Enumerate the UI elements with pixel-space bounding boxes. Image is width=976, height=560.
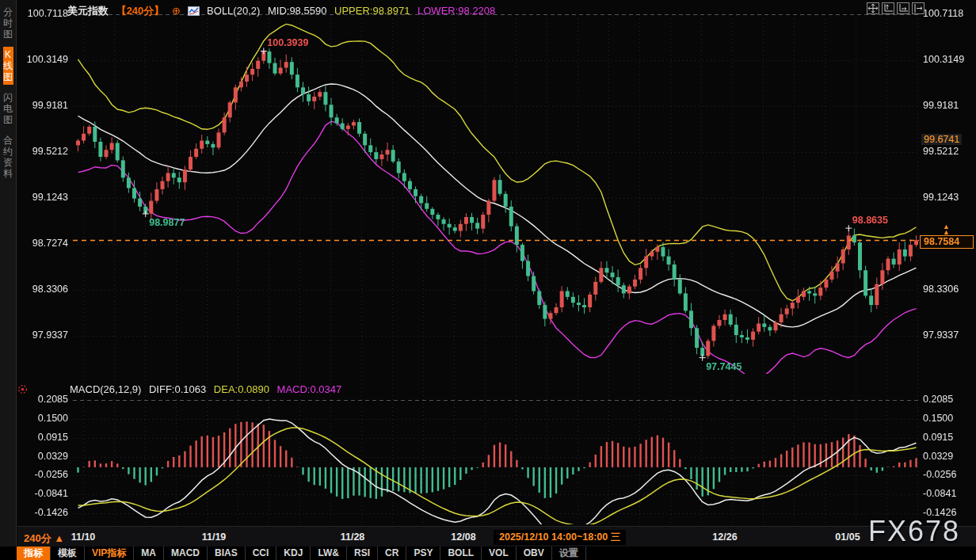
sidebar-tab-1[interactable]: K线图	[3, 47, 13, 85]
sidebar-tab-3[interactable]: 合约资料	[3, 132, 13, 181]
time-tick-1: 11/19	[202, 531, 227, 543]
macd-header: MACD(26,12,9) DIFF:0.1063 DEA:0.0890 MAC…	[70, 383, 346, 395]
zoom-horizontal-axis-icon[interactable]	[897, 2, 909, 14]
toolbar-item-12[interactable]: BOLL	[440, 547, 482, 560]
price-axis-right-3: 99.5212	[923, 146, 959, 157]
toolbar-item-14[interactable]: OBV	[517, 547, 552, 560]
main-chart-header: 美元指数 【240分】 ⊕ BOLL(20,2) MID:98.5590 UPP…	[67, 4, 500, 18]
toolbar-item-15[interactable]: 设置	[552, 547, 586, 560]
price-axis-right-2: 99.9181	[923, 100, 959, 111]
price-axis-right-0: 100.7118	[923, 8, 963, 19]
toolbar-item-11[interactable]: PSY	[406, 547, 440, 560]
extreme-price-marker-0: 100.3939	[267, 37, 308, 48]
time-tick-3: 12/08	[451, 531, 475, 543]
shift-right-icon[interactable]	[912, 2, 925, 14]
macd-axis-right-4: -0.0256	[923, 469, 956, 480]
extreme-price-marker-3: 98.8635	[852, 215, 888, 226]
toolbar-item-13[interactable]: VOL	[482, 547, 517, 560]
macd-axis-left-0: 0.2085	[21, 394, 68, 405]
macd-axis-right-1: 0.1500	[923, 413, 953, 424]
indicator-target-icon[interactable]	[17, 383, 28, 398]
chart-window: 分时图K线图闪电图合约资料 美元指数 【240分】 ⊕ BOLL(20,2) M…	[0, 0, 976, 560]
price-axis-right-4: 99.1243	[923, 192, 959, 203]
period-label: 【240分】	[116, 5, 165, 17]
macd-macd-value: MACD:0.0347	[277, 383, 342, 395]
extreme-price-marker-1: 98.9877	[149, 217, 185, 228]
macd-axis-left-1: 0.1500	[21, 413, 68, 424]
time-tick-0: 11/10	[71, 531, 96, 543]
macd-dea-value: DEA:0.0890	[214, 383, 269, 395]
toolbar-item-0[interactable]: 指标	[17, 547, 51, 560]
macd-axis-left-6: -0.1426	[21, 507, 68, 518]
price-axis-left-0: 100.7118	[21, 8, 68, 19]
macd-axis-left-4: -0.0256	[21, 469, 68, 480]
toolbar-item-2[interactable]: VIP指标	[85, 547, 134, 560]
current-bar-time-badge: 2025/12/10 14:00~18:00 三	[494, 530, 626, 545]
price-axis-left-7: 97.9337	[21, 330, 68, 341]
price-up-arrows-icon: ▲▲	[943, 224, 950, 235]
macd-axis-left-2: 0.0915	[21, 432, 68, 443]
current-price-badge: 98.7584	[920, 235, 974, 249]
toolbar-item-9[interactable]: RSI	[347, 547, 378, 560]
price-axis-left-5: 98.7274	[21, 238, 68, 249]
boll-mid-value: MID:98.5590	[268, 5, 326, 17]
extreme-price-marker-2: 97.7445	[706, 361, 742, 372]
fx678-watermark: FX678	[868, 515, 960, 548]
triangle-up-icon: ▲	[54, 532, 64, 544]
toolbar-item-7[interactable]: KDJ	[276, 547, 311, 560]
toolbar-item-1[interactable]: 模板	[51, 547, 85, 560]
toolbar-item-10[interactable]: CR	[378, 547, 406, 560]
circle-plus-icon[interactable]: ⊕	[172, 5, 181, 17]
macd-axis-right-0: 0.2085	[923, 394, 953, 405]
pan-icon[interactable]	[867, 2, 879, 14]
boll-upper-value: UPPER:98.8971	[334, 5, 410, 17]
price-axis-left-3: 99.5212	[21, 146, 68, 157]
macd-axis-left-3: 0.0329	[21, 451, 68, 462]
kline-chart-canvas[interactable]	[0, 0, 976, 547]
macd-axis-right-3: 0.0329	[923, 451, 953, 462]
macd-axis-right-5: -0.0841	[923, 488, 956, 499]
sidebar-tab-2[interactable]: 闪电图	[3, 90, 13, 128]
toolbar-item-8[interactable]: LW&	[311, 547, 347, 560]
symbol-name: 美元指数	[67, 5, 109, 17]
price-axis-left-6: 98.3306	[21, 284, 68, 295]
toolbar-item-5[interactable]: BIAS	[208, 547, 246, 560]
chart-scale-controls	[867, 2, 925, 14]
chart-type-sidebar: 分时图K线图闪电图合约资料	[0, 0, 17, 547]
time-tick-5: 01/05	[835, 531, 860, 543]
macd-axis-left-5: -0.0841	[21, 488, 68, 499]
indicator-toolbar: 指标模板VIP指标MAMACDBIASCCIKDJLW&RSICRPSYBOLL…	[0, 547, 976, 560]
boll-lower-value: LOWER:98.2208	[417, 5, 495, 17]
price-axis-left-1: 100.3149	[21, 54, 68, 65]
zoom-vertical-axis-icon[interactable]	[882, 2, 894, 14]
price-axis-right-7: 97.9337	[923, 330, 959, 341]
kline-indicator-icon[interactable]	[188, 6, 200, 18]
macd-diff-value: DIFF:0.1063	[149, 383, 206, 395]
price-axis-left-4: 99.1243	[21, 192, 68, 203]
alert-level-label: 99.6741	[921, 134, 962, 145]
time-tick-4: 12/26	[712, 531, 737, 543]
boll-title: BOLL(20,2)	[207, 5, 260, 17]
toolbar-item-6[interactable]: CCI	[246, 547, 277, 560]
price-axis-right-6: 98.3306	[923, 284, 959, 295]
macd-axis-right-2: 0.0915	[923, 432, 953, 443]
time-axis: 240分 ▲ 11/1011/1911/2812/0812/2601/05 20…	[17, 526, 976, 547]
price-axis-right-1: 100.3149	[923, 54, 964, 65]
sidebar-tab-0[interactable]: 分时图	[3, 4, 13, 42]
price-axis-left-2: 99.9181	[21, 100, 68, 111]
toolbar-item-3[interactable]: MA	[134, 547, 164, 560]
time-tick-2: 11/28	[341, 531, 365, 543]
macd-title: MACD(26,12,9)	[70, 383, 141, 395]
toolbar-item-4[interactable]: MACD	[164, 547, 208, 560]
period-chip[interactable]: 240分 ▲	[24, 531, 64, 546]
